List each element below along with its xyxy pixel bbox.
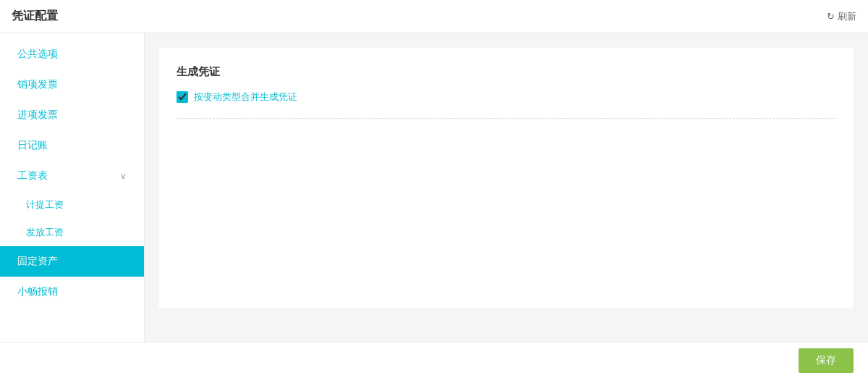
sidebar-item-label-purchase-invoice: 进项发票	[17, 109, 58, 122]
sidebar-item-label-fixed-assets: 固定资产	[17, 255, 58, 268]
sidebar-item-journal[interactable]: 日记账	[0, 130, 144, 161]
chevron-down-icon: ∨	[120, 171, 127, 181]
sidebar-item-fixed-assets[interactable]: 固定资产	[0, 246, 144, 277]
sidebar-sub-item-calculate-salary[interactable]: 计提工资	[0, 191, 144, 219]
refresh-icon: ↻	[827, 11, 835, 22]
sidebar-item-label-journal: 日记账	[17, 139, 48, 152]
sidebar-item-label-sales-invoice: 销项发票	[17, 78, 58, 91]
content-card: 生成凭证 按变动类型合并生成凭证	[159, 48, 854, 308]
sidebar-item-purchase-invoice[interactable]: 进项发票	[0, 100, 144, 130]
refresh-button[interactable]: ↻ 刷新	[827, 10, 856, 23]
page-wrapper: 凭证配置 ↻ 刷新 公共选项销项发票进项发票日记账工资表∨计提工资发放工资固定资…	[0, 0, 868, 378]
sidebar-item-public-options[interactable]: 公共选项	[0, 39, 144, 70]
sidebar-item-expense-claim[interactable]: 小畅报销	[0, 277, 144, 307]
sidebar-item-label-payroll-table: 工资表	[17, 169, 48, 182]
sidebar-item-payroll-table[interactable]: 工资表∨	[0, 161, 144, 191]
footer: 保存	[0, 342, 868, 378]
save-button[interactable]: 保存	[799, 348, 854, 373]
page-title: 凭证配置	[12, 9, 58, 24]
sidebar: 公共选项销项发票进项发票日记账工资表∨计提工资发放工资固定资产小畅报销	[0, 33, 145, 342]
merge-checkbox-label[interactable]: 按变动类型合并生成凭证	[194, 91, 297, 104]
checkbox-row: 按变动类型合并生成凭证	[176, 91, 836, 104]
sidebar-item-label-public-options: 公共选项	[17, 48, 58, 61]
sidebar-item-label-expense-claim: 小畅报销	[17, 285, 58, 298]
header: 凭证配置 ↻ 刷新	[0, 0, 868, 33]
merge-checkbox[interactable]	[176, 91, 188, 103]
main-content: 生成凭证 按变动类型合并生成凭证	[145, 33, 868, 342]
section-title: 生成凭证	[176, 65, 836, 79]
refresh-label: 刷新	[838, 10, 856, 23]
body: 公共选项销项发票进项发票日记账工资表∨计提工资发放工资固定资产小畅报销 生成凭证…	[0, 33, 868, 342]
sidebar-sub-item-pay-salary[interactable]: 发放工资	[0, 219, 144, 246]
section-divider	[176, 118, 836, 119]
sidebar-item-sales-invoice[interactable]: 销项发票	[0, 70, 144, 100]
